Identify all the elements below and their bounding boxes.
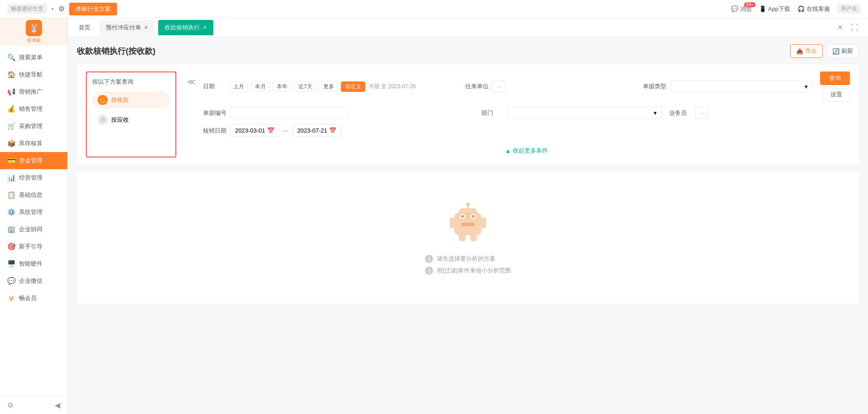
sidebar-label-hardware: 智能硬件: [19, 260, 42, 268]
verify-date-end-input[interactable]: 2023-07-21 📅: [292, 124, 342, 137]
calendar-start-icon[interactable]: 📅: [267, 127, 274, 134]
collapse-chevron-icon: ▲: [505, 148, 511, 154]
refresh-button[interactable]: 🔄 刷新: [826, 44, 859, 58]
topbar: 畅捷通好生意 ▾ ⚙ 体验行业方案 💬 消息 99+ 📱 App下载 🎧 在线客…: [0, 0, 868, 18]
filter-staff-field: 业务员 ···: [669, 107, 850, 119]
partner-select-btn[interactable]: ···: [492, 81, 505, 93]
svg-rect-10: [481, 217, 486, 228]
date-last-month-btn[interactable]: 上月: [229, 81, 248, 92]
sidebar-item-member[interactable]: V 畅会员: [0, 290, 67, 307]
svg-point-6: [461, 215, 464, 218]
sidebar-collapse-icon[interactable]: ◀: [55, 401, 60, 409]
online-service-label: 在线客服: [807, 5, 830, 13]
sidebar-item-guide[interactable]: 🎯 新手引导: [0, 238, 67, 255]
export-label: 导出: [805, 47, 817, 55]
tip-num-1: 1: [425, 255, 433, 263]
sidebar-label-quick-nav: 快捷导航: [19, 71, 42, 79]
docno-label: 单据编号: [203, 109, 226, 117]
hardware-icon: 🖥️: [7, 260, 15, 268]
svg-point-3: [466, 203, 470, 206]
sidebar-item-enterprise[interactable]: 🏢 企业协同: [0, 221, 67, 238]
docno-input[interactable]: [230, 107, 348, 119]
date-this-month-btn[interactable]: 本月: [251, 81, 270, 92]
tab-prepay-close-icon[interactable]: ✕: [144, 24, 148, 31]
tab-collection[interactable]: 收款核销执行 ✕: [158, 20, 213, 35]
topbar-gear-icon[interactable]: ⚙: [58, 5, 65, 13]
filter-row-3: 核销日期 2023-03-01 📅 — 2023-07-21 📅: [203, 124, 850, 137]
empty-tip-1: 1 请先选择要分析的方案: [425, 253, 510, 265]
purchase-icon: 🛒: [7, 122, 15, 130]
date-no-limit-label: 不限 至 2023-07-26: [369, 83, 416, 90]
main-layout: 🐰 标准版 🔍 搜索菜单 🏠 快捷导航 📢 营销推广 💰 销售管理 🛒: [0, 18, 868, 414]
sidebar-item-finance[interactable]: 💳 资金管理: [0, 152, 67, 169]
basic-info-icon: 📋: [7, 191, 15, 199]
logo-icon: 🐰: [26, 20, 42, 36]
sidebar-settings-icon[interactable]: ⚙: [7, 401, 14, 409]
solution-button[interactable]: 体验行业方案: [69, 3, 117, 15]
date-this-year-btn[interactable]: 本年: [273, 81, 292, 92]
date-more-btn[interactable]: 更多: [319, 81, 338, 92]
sidebar-label-business: 经营管理: [19, 174, 42, 182]
marketing-icon: 📢: [7, 88, 15, 96]
tab-close-button[interactable]: ✕: [834, 21, 846, 34]
collapse-more-btn[interactable]: ▲ 收起更多条件: [203, 144, 850, 157]
date-7days-btn[interactable]: 近7天: [294, 81, 316, 92]
sidebar-item-basic-info[interactable]: 📋 基础信息: [0, 186, 67, 204]
sidebar-item-hardware[interactable]: 🖥️ 智能硬件: [0, 255, 67, 272]
verify-date-start-input[interactable]: 2023-03-01 📅: [230, 124, 279, 137]
filter-option-by-receipt[interactable]: 💰 按收款: [92, 91, 170, 109]
content-area: 首页 预付冲应付单 ✕ 收款核销执行 ✕ ✕ ⛶ 收款核销执行(按收款): [68, 18, 868, 414]
doctype-select[interactable]: ▾: [670, 81, 813, 93]
tab-expand-button[interactable]: ⛶: [848, 21, 861, 34]
sidebar-item-marketing[interactable]: 📢 营销推广: [0, 83, 67, 100]
tab-collection-close-icon[interactable]: ✕: [203, 24, 207, 31]
page-title: 收款核销执行(按收款): [77, 46, 156, 57]
sales-icon: 💰: [7, 105, 15, 113]
tab-prepay-label: 预付冲应付单: [106, 24, 141, 32]
staff-select-btn[interactable]: ···: [695, 107, 708, 119]
sidebar-item-quick-nav[interactable]: 🏠 快捷导航: [0, 66, 67, 83]
dept-select[interactable]: ▾: [508, 107, 662, 119]
app-download-button[interactable]: 📱 App下载: [759, 5, 790, 13]
filter-collapse-left-icon[interactable]: ≪: [185, 75, 198, 89]
empty-robot-illustration: [445, 199, 491, 246]
query-button[interactable]: 查询: [820, 71, 850, 85]
business-icon: 📊: [7, 174, 15, 182]
calendar-end-icon[interactable]: 📅: [329, 127, 336, 134]
filter-option-by-receivable[interactable]: ⏱ 按应收: [92, 111, 170, 128]
online-service-button[interactable]: 🎧 在线客服: [797, 5, 830, 13]
date-custom-btn[interactable]: 自定义: [341, 81, 365, 92]
edition-label: 标准版: [27, 37, 41, 43]
export-button[interactable]: 📤 导出: [790, 44, 823, 58]
sidebar-item-wechat[interactable]: 💬 企业微信: [0, 272, 67, 290]
sidebar-item-search-menu[interactable]: 🔍 搜索菜单: [0, 49, 67, 66]
app-download-label: App下载: [768, 5, 790, 13]
filter-docno-field: 单据编号: [203, 107, 474, 119]
sidebar-bottom: ⚙ ◀: [0, 396, 67, 414]
finance-icon: 💳: [7, 157, 15, 165]
sidebar-item-sales[interactable]: 💰 销售管理: [0, 100, 67, 118]
sidebar-item-business[interactable]: 📊 经营管理: [0, 169, 67, 186]
topbar-left: 畅捷通好生意 ▾ ⚙ 体验行业方案: [7, 3, 731, 15]
sidebar-item-purchase[interactable]: 🛒 采购管理: [0, 118, 67, 135]
search-menu-icon: 🔍: [7, 53, 15, 62]
svg-point-7: [472, 215, 475, 218]
user-info[interactable]: 用户名: [837, 4, 861, 14]
tab-home[interactable]: 首页: [71, 20, 98, 35]
messages-button[interactable]: 💬 消息 99+: [731, 5, 752, 13]
filter-verify-date-field: 核销日期 2023-03-01 📅 — 2023-07-21 📅: [203, 124, 850, 137]
sidebar-label-system: 系统管理: [19, 208, 42, 216]
sidebar-item-inventory[interactable]: 📦 库存核算: [0, 135, 67, 152]
sidebar-label-enterprise: 企业协同: [19, 225, 42, 233]
partner-label: 往来单位: [465, 82, 489, 90]
tab-prepay[interactable]: 预付冲应付单 ✕: [99, 20, 155, 35]
sidebar-item-system[interactable]: ⚙️ 系统管理: [0, 204, 67, 221]
sidebar-label-marketing: 营销推广: [19, 88, 42, 96]
filter-option-receipt-label: 按收款: [111, 96, 129, 104]
sidebar-label-search-menu: 搜索菜单: [19, 53, 42, 62]
empty-tip-2: 2 用[过滤]条件来缩小分析范围: [425, 265, 510, 276]
settings-button[interactable]: 设置: [823, 88, 850, 101]
receivable-option-icon: ⏱: [98, 115, 108, 125]
refresh-icon: 🔄: [832, 48, 840, 55]
dept-label: 部门: [481, 109, 504, 117]
